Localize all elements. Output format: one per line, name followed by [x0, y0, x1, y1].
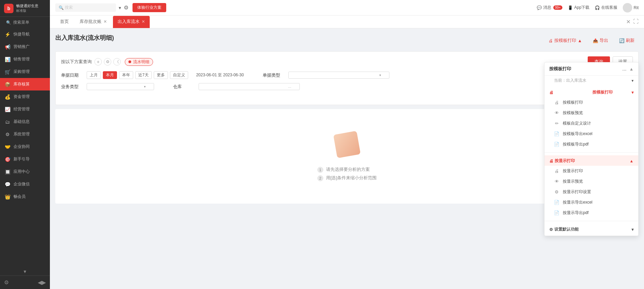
item-template-print-label: 按模板打印: [563, 100, 583, 105]
user-avatar[interactable]: Rit: [623, 3, 639, 12]
sidebar-item-yingxiao[interactable]: 📢 营销推广: [0, 41, 50, 53]
filter-settings-btn[interactable]: ⚙: [104, 58, 111, 65]
dropdown-scroll-up[interactable]: ▲: [629, 67, 634, 72]
tab-inout-flow[interactable]: 出入库流水 ✕: [113, 16, 150, 28]
item-pdf-icon1: 📄: [554, 142, 559, 147]
date-btn-custom[interactable]: 自定义: [170, 71, 188, 79]
sidebar-item-jichu[interactable]: 🗂 基础信息: [0, 115, 50, 128]
date-btn-this-year[interactable]: 本年: [119, 71, 133, 79]
nav-label-xitong: 系统管理: [13, 131, 30, 137]
header-search-dropdown[interactable]: ▾: [119, 5, 121, 10]
filter-add-btn[interactable]: +: [94, 58, 102, 65]
dropdown-current-label: 当前：出入库流水: [554, 78, 586, 83]
tab-kucun-batch-label: 库存批次账: [80, 19, 101, 25]
header-search[interactable]: 🔍 搜索: [55, 3, 116, 12]
dropdown-item-template-preview[interactable]: 👁 按模板预览: [545, 108, 638, 118]
nav-label-qiye: 企业协同: [13, 144, 30, 150]
refresh-btn[interactable]: 🔄 刷新: [615, 36, 639, 45]
item-display-print-label: 按显示打印: [563, 168, 583, 174]
date-btn-7days[interactable]: 近7天: [135, 71, 152, 79]
sidebar-item-xitong[interactable]: ⚙ 系统管理: [0, 128, 50, 140]
dropdown-item-display-print[interactable]: 🖨 按显示打印: [545, 166, 638, 176]
header-settings-icon[interactable]: ⚙: [124, 4, 128, 11]
item-display-pdf-label: 按显示导出pdf: [563, 210, 589, 216]
dropdown-item-display-pdf[interactable]: 📄 按显示导出pdf: [545, 208, 638, 218]
sidebar-bottom: ⚙ ◀▶: [0, 275, 50, 289]
window-close-btn[interactable]: ✕: [626, 19, 631, 25]
dropdown-more-icon[interactable]: …: [622, 67, 626, 72]
dropdown-item-template-design[interactable]: ✏ 模板自定义设计: [545, 118, 638, 129]
default-section-title[interactable]: ⚙ 设置默认功能 ▾: [545, 224, 638, 234]
export-btn[interactable]: 📤 导出: [589, 36, 612, 45]
tab-kucun-batch-close[interactable]: ✕: [104, 19, 107, 24]
nav-icon-xiaoshou: 📊: [4, 57, 11, 62]
print-template-btn[interactable]: 🖨 按模板打印 ▲: [545, 36, 586, 45]
default-section-label: 设置默认功能: [554, 227, 579, 232]
item-design-icon: ✏: [554, 121, 559, 126]
message-btn[interactable]: 💬 消息 99+: [537, 5, 562, 10]
dropdown-current-arrow[interactable]: ▾: [632, 78, 634, 83]
trial-industry-btn[interactable]: 体验行业方案: [133, 3, 166, 12]
display-section-title[interactable]: 🖨 按显示打印 ▲: [545, 155, 638, 166]
active-filter-tag[interactable]: 流水明细: [125, 58, 153, 66]
biz-type-select[interactable]: ▾: [87, 83, 154, 90]
sidebar-item-xinshou[interactable]: 🎯 新手引导: [0, 153, 50, 165]
type-field-select[interactable]: ▾: [288, 72, 389, 79]
item-preview-icon: 👁: [554, 110, 559, 115]
message-icon: 💬: [537, 5, 542, 10]
type-field-label: 单据类型: [263, 72, 283, 78]
sidebar-search[interactable]: 🔍 搜索菜单: [0, 17, 50, 28]
display-section-icon: 🖨: [549, 159, 553, 163]
dropdown-item-display-settings[interactable]: ⚙ 按显示打印设置: [545, 187, 638, 197]
dropdown-item-display-preview[interactable]: 👁 按显示预览: [545, 176, 638, 187]
sidebar-item-weixin[interactable]: 💬 企业微信: [0, 178, 50, 190]
empty-icon: [332, 129, 362, 160]
nav-icon-huiyuan: 👑: [4, 194, 11, 200]
sidebar-item-xiaoshou[interactable]: 📊 销售管理: [0, 53, 50, 65]
warehouse-select[interactable]: …: [199, 83, 300, 90]
tab-kucun-batch[interactable]: 库存批次账 ✕: [75, 16, 112, 28]
sidebar-item-caigou[interactable]: 🛒 采购管理: [0, 65, 50, 78]
dropdown-item-display-excel[interactable]: 📄 按显示导出excel: [545, 197, 638, 208]
default-section: ⚙ 设置默认功能 ▾: [545, 222, 638, 236]
empty-step-1: 1 请先选择要分析的方案: [317, 166, 377, 173]
sidebar-item-jingying[interactable]: 📈 经营管理: [0, 103, 50, 115]
tab-inout-flow-close[interactable]: ✕: [142, 19, 145, 24]
dropdown-divider-1: [545, 152, 638, 153]
sidebar-nav: ⚡ 快捷导航 📢 营销推广 📊 销售管理 🛒 采购管理 📦 库存核算 💰 资金管…: [0, 28, 50, 268]
nav-icon-yingxiao: 📢: [4, 44, 11, 50]
header-left: 🔍 搜索 ▾ ⚙ 体验行业方案: [55, 3, 537, 12]
nav-label-kuaijie: 快捷导航: [13, 31, 30, 37]
sidebar-collapse-icon[interactable]: ◀▶: [38, 279, 46, 286]
date-btn-last-month[interactable]: 上月: [87, 71, 101, 79]
template-section-title[interactable]: 🖨 按模板打印 ▾: [545, 87, 638, 97]
filter-collapse-btn[interactable]: 《: [113, 58, 121, 65]
nav-icon-xinshou: 🎯: [4, 157, 11, 162]
tab-home[interactable]: 首页: [55, 16, 74, 28]
sidebar-item-kucun[interactable]: 📦 库存核算: [0, 78, 50, 90]
sidebar-item-huiyuan[interactable]: 👑 畅会员: [0, 190, 50, 203]
display-section-label: 按显示打印: [555, 158, 575, 164]
online-service-btn[interactable]: 🎧 在线客服: [595, 5, 617, 10]
export-label: 导出: [599, 37, 608, 44]
sidebar-item-kuaijie[interactable]: ⚡ 快捷导航: [0, 28, 50, 41]
dropdown-item-template-print[interactable]: 🖨 按模板打印: [545, 97, 638, 108]
dropdown-item-template-excel[interactable]: 📄 按模板导出excel: [545, 129, 638, 139]
sidebar-item-zijin[interactable]: 💰 资金管理: [0, 90, 50, 103]
sidebar-scroll-down[interactable]: ▼: [0, 268, 50, 275]
print-dropdown-arrow: ▲: [578, 38, 582, 43]
header-search-icon: 🔍: [59, 5, 64, 10]
app-download-btn[interactable]: 📱 App下载: [568, 5, 589, 10]
window-maximize-btn[interactable]: ⛶: [633, 19, 639, 25]
item-template-preview-label: 按模板预览: [563, 110, 583, 116]
nav-icon-weixin: 💬: [4, 182, 11, 187]
date-range-display: 2023-06-01 至 2023-06-30: [196, 72, 244, 78]
sidebar-item-qiye[interactable]: 🤝 企业协同: [0, 140, 50, 153]
dropdown-item-template-pdf[interactable]: 📄 按模板导出pdf: [545, 139, 638, 150]
dropdown-header-right: … ▲: [622, 67, 634, 72]
date-btn-more[interactable]: 更多: [154, 71, 168, 79]
template-section-arrow: ▾: [632, 90, 634, 95]
sidebar-item-yingyong[interactable]: 🔲 应用中心: [0, 165, 50, 178]
settings-icon[interactable]: ⚙: [4, 279, 9, 286]
date-btn-this-month[interactable]: 本月: [103, 71, 117, 79]
